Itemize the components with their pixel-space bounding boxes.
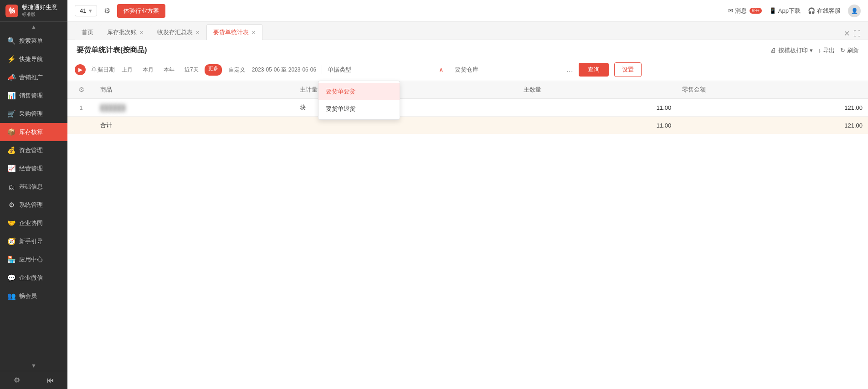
date-range-display: 2023-05-06 至 2023-06-06 bbox=[252, 66, 316, 74]
sidebar-scroll-down[interactable]: ▼ bbox=[0, 361, 67, 371]
cell-amount: 121.00 bbox=[677, 99, 868, 117]
sidebar-item-wechat[interactable]: 💬 企业微信 bbox=[0, 269, 67, 287]
tabbar-expand-icon[interactable]: ⛶ bbox=[853, 30, 861, 38]
table-header-row: ⚙ 商品 主计量单位 主数量 零售金额 bbox=[67, 81, 868, 99]
print-dropdown-icon: ▾ bbox=[810, 47, 813, 54]
footer-empty-1 bbox=[67, 117, 95, 134]
sidebar-label-wechat: 企业微信 bbox=[19, 274, 43, 282]
sidebar-item-sales[interactable]: 📊 销售管理 bbox=[0, 87, 67, 105]
online-service-label: 在线客服 bbox=[817, 7, 841, 15]
app-logo: 畅 畅捷通好生意 标准版 bbox=[0, 0, 67, 22]
filter-settings-btn[interactable]: 设置 bbox=[614, 62, 642, 77]
print-btn[interactable]: 🖨 按模板打印 ▾ bbox=[770, 46, 813, 55]
sidebar-item-operations[interactable]: 📈 经营管理 bbox=[0, 159, 67, 178]
date-btn-custom[interactable]: 自定义 bbox=[225, 64, 249, 76]
messages-btn[interactable]: ✉ 消息 99+ bbox=[728, 7, 762, 15]
refresh-btn[interactable]: ↻ 刷新 bbox=[840, 46, 859, 55]
tabbar-right: ✕ ⛶ bbox=[844, 29, 861, 40]
page-header: 要货单统计表(按商品) 🖨 按模板打印 ▾ ↓ 导出 ↻ 刷新 bbox=[67, 40, 868, 59]
topbar: 41 ▾ ⚙ 体验行业方案 ✉ 消息 99+ 📱 App下载 🎧 在线客服 👤 bbox=[67, 0, 868, 22]
tab-receivable[interactable]: 收发存汇总表 ✕ bbox=[150, 24, 206, 40]
tab-inventory-batch-close[interactable]: ✕ bbox=[139, 30, 144, 36]
collapse-icon[interactable]: ⏮ bbox=[47, 376, 54, 384]
sidebar-label-guide: 新手引导 bbox=[19, 237, 43, 246]
sidebar-item-finance[interactable]: 💰 资金管理 bbox=[0, 141, 67, 159]
type-filter-label: 单据类型 bbox=[328, 66, 351, 74]
sidebar-label-marketing: 营销推广 bbox=[19, 73, 43, 82]
tab-home-label: 首页 bbox=[82, 28, 93, 36]
type-filter-group: 单据类型 ∧ bbox=[328, 65, 443, 74]
sidebar-scroll-up[interactable]: ▲ bbox=[0, 22, 67, 32]
sidebar-item-inventory[interactable]: 📦 库存核算 bbox=[0, 123, 67, 141]
sidebar-item-search[interactable]: 🔍 搜索菜单 bbox=[0, 32, 67, 50]
sidebar-item-member[interactable]: 👥 畅会员 bbox=[0, 287, 67, 305]
sidebar-label-operations: 经营管理 bbox=[19, 164, 43, 173]
date-btn-last-month[interactable]: 上月 bbox=[118, 64, 137, 76]
page-actions: 🖨 按模板打印 ▾ ↓ 导出 ↻ 刷新 bbox=[770, 46, 859, 55]
type-filter-input[interactable] bbox=[355, 65, 435, 74]
date-btn-last-7-days[interactable]: 近7天 bbox=[180, 64, 203, 76]
sidebar-item-appstore[interactable]: 🏪 应用中心 bbox=[0, 251, 67, 269]
sidebar-item-marketing[interactable]: 📣 营销推广 bbox=[0, 68, 67, 87]
sidebar-label-finance: 资金管理 bbox=[19, 146, 43, 154]
tab-order-close[interactable]: ✕ bbox=[252, 30, 256, 36]
sidebar-item-basic[interactable]: 🗂 基础信息 bbox=[0, 178, 67, 196]
sidebar-label-purchase: 采购管理 bbox=[19, 110, 43, 118]
date-btn-more[interactable]: 更多 bbox=[205, 64, 222, 76]
th-gear[interactable]: ⚙ bbox=[67, 81, 95, 99]
tab-receivable-close[interactable]: ✕ bbox=[195, 30, 200, 36]
filter-expand-btn[interactable]: ▶ bbox=[75, 64, 86, 75]
sidebar-item-enterprise[interactable]: 🤝 企业协同 bbox=[0, 214, 67, 232]
sidebar-icon-enterprise: 🤝 bbox=[7, 219, 15, 227]
trial-btn[interactable]: 体验行业方案 bbox=[117, 4, 165, 18]
dropdown-item-order-goods[interactable]: 要货单要货 bbox=[318, 83, 400, 100]
date-btn-this-month[interactable]: 本月 bbox=[139, 64, 158, 76]
online-service-btn[interactable]: 🎧 在线客服 bbox=[808, 7, 841, 15]
sidebar-item-purchase[interactable]: 🛒 采购管理 bbox=[0, 105, 67, 123]
tab-number-selector[interactable]: 41 ▾ bbox=[75, 5, 97, 16]
sidebar-icon-sales: 📊 bbox=[7, 92, 15, 100]
query-btn[interactable]: 查询 bbox=[579, 63, 609, 77]
cell-qty: 11.00 bbox=[518, 99, 677, 117]
topbar-right: ✉ 消息 99+ 📱 App下载 🎧 在线客服 👤 bbox=[728, 5, 861, 17]
sidebar-label-appstore: 应用中心 bbox=[19, 256, 43, 264]
download-icon: 📱 bbox=[769, 7, 776, 14]
column-settings-icon[interactable]: ⚙ bbox=[78, 86, 84, 93]
settings-icon[interactable]: ⚙ bbox=[14, 376, 20, 384]
app-download-btn[interactable]: 📱 App下载 bbox=[769, 7, 801, 15]
th-amount: 零售金额 bbox=[677, 81, 868, 99]
tab-home[interactable]: 首页 bbox=[75, 24, 100, 40]
tab-inventory-batch[interactable]: 库存批次账 ✕ bbox=[100, 24, 150, 40]
filter-bar: ▶ 单据日期 上月 本月 本年 近7天 更多 自定义 2023-05-06 至 … bbox=[67, 59, 868, 81]
table-footer: 合计 11.00 121.00 bbox=[67, 117, 868, 134]
sidebar-item-shortcut[interactable]: ⚡ 快捷导航 bbox=[0, 50, 67, 68]
export-label: 导出 bbox=[823, 46, 835, 55]
message-icon: ✉ bbox=[728, 7, 733, 14]
warehouse-more-icon[interactable]: … bbox=[566, 66, 573, 74]
topbar-left: 41 ▾ ⚙ 体验行业方案 bbox=[75, 4, 728, 18]
tabbar-close-all-icon[interactable]: ✕ bbox=[844, 29, 850, 38]
type-dropdown: 要货单要货 要货单退货 bbox=[318, 81, 400, 120]
date-btn-this-year[interactable]: 本年 bbox=[159, 64, 179, 76]
sidebar-icon-appstore: 🏪 bbox=[7, 256, 15, 264]
topbar-gear-btn[interactable]: ⚙ bbox=[101, 5, 113, 17]
sidebar-icon-inventory: 📦 bbox=[7, 128, 15, 136]
table-area: ⚙ 商品 主计量单位 主数量 零售金额 1 ██████ 块 11.00 121… bbox=[67, 81, 868, 134]
sidebar-item-system[interactable]: ⚙ 系统管理 bbox=[0, 196, 67, 214]
filter-divider-2 bbox=[449, 65, 449, 74]
type-filter-clear[interactable]: ∧ bbox=[439, 66, 443, 73]
export-btn[interactable]: ↓ 导出 bbox=[818, 46, 835, 55]
footer-qty: 11.00 bbox=[518, 117, 677, 134]
warehouse-filter-input[interactable] bbox=[482, 65, 562, 74]
sidebar-label-sales: 销售管理 bbox=[19, 92, 43, 100]
dropdown-item-order-return[interactable]: 要货单退货 bbox=[318, 100, 400, 118]
sidebar-icon-system: ⚙ bbox=[7, 201, 15, 209]
sidebar-label-system: 系统管理 bbox=[19, 201, 43, 209]
sidebar-icon-member: 👥 bbox=[7, 292, 15, 300]
main-area: 41 ▾ ⚙ 体验行业方案 ✉ 消息 99+ 📱 App下载 🎧 在线客服 👤 bbox=[67, 0, 868, 389]
user-avatar[interactable]: 👤 bbox=[848, 5, 861, 17]
content-area: 要货单统计表(按商品) 🖨 按模板打印 ▾ ↓ 导出 ↻ 刷新 ▶ bbox=[67, 40, 868, 389]
tab-order-summary[interactable]: 要货单统计表 ✕ bbox=[206, 24, 262, 40]
sidebar-label-basic: 基础信息 bbox=[19, 183, 43, 191]
sidebar-item-guide[interactable]: 🧭 新手引导 bbox=[0, 232, 67, 251]
